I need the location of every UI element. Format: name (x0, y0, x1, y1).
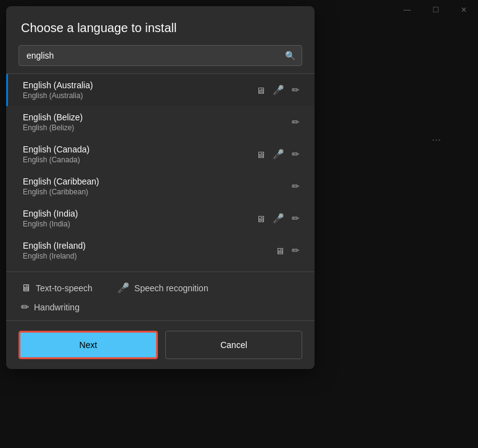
cancel-button[interactable]: Cancel (165, 331, 302, 359)
search-box[interactable]: 🔍 (19, 45, 302, 66)
lang-text: English (India) English (India) (23, 209, 256, 228)
pencil-icon: ✏ (292, 117, 300, 128)
next-button[interactable]: Next (19, 331, 158, 359)
tts-icon: 🖥 (21, 283, 31, 294)
handwriting-feature: ✏ Handwriting (21, 301, 300, 313)
lang-icons: 🖥 🎤 ✏ (256, 149, 300, 160)
feature-row: 🖥 Text-to-speech 🎤 Speech recognition (6, 277, 315, 299)
lang-name: English (India) (23, 209, 256, 218)
monitor-icon: 🖥 (275, 246, 284, 256)
list-item[interactable]: English (India) English (India) 🖥 🎤 ✏ (6, 202, 315, 234)
list-item[interactable]: English (Belize) English (Belize) ✏ (6, 106, 315, 138)
mic-icon: 🎤 (273, 213, 284, 224)
monitor-icon: 🖥 (256, 149, 265, 160)
pencil-icon: ✏ (292, 85, 300, 96)
language-install-modal: Choose a language to install 🔍 English (… (6, 6, 315, 369)
lang-text: English (Australia) English (Australia) (23, 80, 256, 100)
pencil-icon: ✏ (292, 149, 300, 160)
pencil-icon: ✏ (292, 213, 300, 224)
monitor-icon: 🖥 (256, 85, 265, 96)
modal-overlay: Choose a language to install 🔍 English (… (0, 0, 478, 448)
tts-label: Text-to-speech (36, 283, 93, 293)
lang-native: English (Caribbean) (23, 188, 292, 196)
search-icon: 🔍 (285, 51, 302, 60)
lang-text: English (Ireland) English (Ireland) (23, 241, 275, 260)
list-item[interactable]: English (Ireland) English (Ireland) 🖥 ✏ (6, 234, 315, 267)
lang-name: English (Australia) (23, 80, 256, 90)
pencil-icon: ✏ (292, 181, 300, 192)
pencil-icon: ✏ (292, 245, 300, 256)
lang-native: English (Canada) (23, 156, 256, 164)
lang-name: English (Belize) (23, 112, 292, 122)
handwriting-label: Handwriting (34, 302, 80, 312)
lang-name: English (Ireland) (23, 241, 275, 251)
lang-icons: 🖥 🎤 ✏ (256, 85, 300, 96)
lang-name: English (Canada) (23, 144, 256, 154)
hw-icon: ✏ (21, 301, 29, 313)
lang-text: English (Caribbean) English (Caribbean) (23, 176, 292, 196)
lang-icons: ✏ (292, 117, 300, 128)
sr-icon: 🎤 (117, 282, 130, 294)
mic-icon: 🎤 (273, 85, 284, 96)
text-to-speech-feature: 🖥 Text-to-speech (21, 283, 93, 294)
speech-recognition-feature: 🎤 Speech recognition (117, 282, 208, 294)
sr-label: Speech recognition (134, 283, 208, 293)
lang-native: English (Belize) (23, 123, 292, 132)
lang-text: English (Canada) English (Canada) (23, 144, 256, 164)
search-input[interactable] (19, 46, 285, 65)
language-list: English (Australia) English (Australia) … (6, 73, 315, 267)
divider (6, 272, 315, 272)
list-item[interactable]: English (Caribbean) English (Caribbean) … (6, 170, 315, 202)
list-item[interactable]: English (Australia) English (Australia) … (6, 74, 315, 106)
monitor-icon: 🖥 (256, 214, 265, 224)
lang-icons: 🖥 ✏ (275, 245, 300, 256)
handwriting-row: ✏ Handwriting (6, 299, 315, 320)
list-item[interactable]: English (Canada) English (Canada) 🖥 🎤 ✏ (6, 138, 315, 170)
lang-native: English (India) (23, 220, 256, 228)
lang-name: English (Caribbean) (23, 176, 292, 186)
lang-icons: 🖥 🎤 ✏ (256, 213, 300, 224)
lang-native: English (Ireland) (23, 252, 275, 260)
modal-title: Choose a language to install (6, 6, 315, 45)
modal-footer: Next Cancel (6, 320, 315, 369)
mic-icon: 🎤 (273, 149, 284, 160)
lang-text: English (Belize) English (Belize) (23, 112, 292, 132)
lang-icons: ✏ (292, 181, 300, 192)
lang-native: English (Australia) (23, 91, 256, 100)
